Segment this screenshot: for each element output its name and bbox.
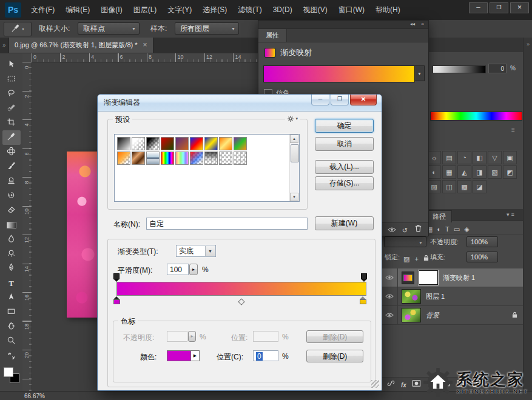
layer-thumbnail[interactable] bbox=[402, 289, 421, 304]
menu-item[interactable]: 文件(F) bbox=[25, 0, 60, 20]
foreground-color-swatch[interactable] bbox=[4, 367, 13, 377]
close-tab-icon[interactable]: × bbox=[143, 41, 147, 49]
layer-thumbnail[interactable] bbox=[402, 308, 421, 322]
link-layers-icon[interactable] bbox=[386, 379, 396, 390]
fill-value[interactable]: 100% bbox=[466, 252, 498, 262]
lock-position-icon[interactable]: + bbox=[414, 253, 418, 264]
move-tool[interactable] bbox=[2, 58, 21, 72]
swap-colors-icon[interactable] bbox=[5, 352, 18, 363]
eyedropper-tool[interactable] bbox=[2, 130, 21, 145]
gradient-tool[interactable] bbox=[2, 218, 21, 232]
preset-blue-red-yellow[interactable] bbox=[190, 137, 203, 150]
gradient-picker-arrow[interactable]: ▼ bbox=[414, 65, 425, 81]
preset-spectrum[interactable] bbox=[161, 152, 174, 165]
crop-tool[interactable] bbox=[2, 116, 21, 130]
scroll-up-icon[interactable]: ▲ bbox=[290, 135, 298, 143]
adjustment-posterize-icon[interactable]: ▨ bbox=[427, 180, 441, 193]
current-tool-button[interactable]: ▾ bbox=[4, 22, 32, 36]
adjustment-color-lookup-icon[interactable]: ▧ bbox=[488, 165, 502, 179]
sample-dropdown[interactable]: 所有图层 ▼ bbox=[175, 22, 239, 35]
layer-mask-thumbnail[interactable] bbox=[419, 270, 438, 285]
adjustment-brightness-contrast-icon[interactable]: ☼ bbox=[427, 151, 441, 164]
document-tab[interactable]: 0.jpg @ 66.7% (渐变映射 1, 图层蒙版/8) *× bbox=[8, 38, 153, 53]
menu-item[interactable]: 文字(Y) bbox=[162, 0, 197, 20]
color-swatch-arrow-icon[interactable]: ▶ bbox=[191, 350, 200, 361]
filter-adjustment-layers-icon[interactable]: ◐ bbox=[437, 223, 441, 234]
preset-pastel-spectrum[interactable] bbox=[175, 152, 189, 165]
name-input[interactable]: 自定 bbox=[146, 218, 308, 230]
position-c-input[interactable]: 0 bbox=[253, 350, 278, 361]
menu-item[interactable]: 选择(S) bbox=[197, 0, 232, 20]
opacity-value[interactable]: 100% bbox=[466, 236, 498, 247]
adjustment-black-white-icon[interactable]: ▦ bbox=[442, 165, 456, 179]
adjustment-curves-icon[interactable]: ◔ bbox=[457, 151, 471, 164]
reset-icon[interactable]: ↺ bbox=[402, 224, 408, 235]
adjustment-color-balance-icon[interactable]: ◐ bbox=[427, 165, 441, 179]
minimize-button[interactable]: ─ bbox=[311, 95, 329, 105]
filter-smart-objects-icon[interactable]: ◈ bbox=[464, 223, 469, 234]
delete-color-stop-button[interactable]: 删除(D) bbox=[306, 350, 363, 362]
resize-grip[interactable] bbox=[371, 380, 379, 388]
minimize-button[interactable]: ─ bbox=[469, 2, 488, 13]
adjustment-hue-saturation-icon[interactable]: ▣ bbox=[503, 151, 517, 164]
dodge-tool[interactable] bbox=[2, 247, 21, 261]
type-tool[interactable]: T bbox=[2, 276, 21, 290]
scrollbar[interactable]: ▲ ▼ bbox=[289, 135, 299, 201]
menu-item[interactable]: 编辑(E) bbox=[60, 0, 95, 20]
adjustment-threshold-icon[interactable]: ◫ bbox=[442, 180, 456, 193]
color-stop-left[interactable] bbox=[113, 296, 120, 304]
stop-opacity-spinner-icon[interactable]: ▸ bbox=[188, 331, 196, 342]
load-button[interactable]: 载入(L)... bbox=[315, 160, 374, 174]
opacity-stop-right[interactable] bbox=[361, 273, 366, 282]
cancel-button[interactable]: 取消 bbox=[315, 137, 374, 151]
stop-position-input[interactable] bbox=[253, 331, 278, 342]
color-stop-right[interactable] bbox=[360, 296, 366, 304]
menu-item[interactable]: 图像(I) bbox=[95, 0, 127, 20]
preset-red-to-green[interactable] bbox=[161, 137, 174, 150]
menu-item[interactable]: 图层(L) bbox=[128, 0, 163, 20]
adjustment-levels-icon[interactable]: ▤ bbox=[442, 151, 456, 164]
gradient-midpoint-handle[interactable] bbox=[238, 298, 244, 305]
adjustment-channel-mixer-icon[interactable]: ◨ bbox=[473, 165, 487, 179]
gray-slider[interactable] bbox=[433, 65, 486, 73]
maximize-button[interactable]: ❐ bbox=[331, 95, 349, 105]
marquee-tool[interactable] bbox=[2, 72, 21, 87]
preset-transparent-1[interactable] bbox=[219, 152, 232, 165]
preset-violet-green-orange[interactable] bbox=[234, 137, 247, 150]
close-panel-icon[interactable]: × bbox=[421, 21, 424, 27]
lasso-tool[interactable] bbox=[2, 87, 21, 101]
adjustment-gradient-map-icon[interactable]: ▩ bbox=[457, 180, 471, 193]
gray-value-field[interactable]: 0 bbox=[488, 64, 507, 73]
layer-row[interactable]: 图层 1 bbox=[382, 287, 524, 306]
adjustment-thumbnail[interactable] bbox=[402, 272, 414, 284]
blur-tool[interactable] bbox=[2, 232, 21, 247]
clone-stamp-tool[interactable] bbox=[2, 174, 21, 188]
smoothness-spinner-icon[interactable]: ▸ bbox=[189, 264, 198, 275]
preset-menu-button[interactable]: ▾ bbox=[285, 115, 300, 122]
panel-drag-bar[interactable]: ◂◂ × bbox=[258, 21, 428, 29]
preset-chrome[interactable] bbox=[146, 152, 160, 165]
history-brush-tool[interactable] bbox=[2, 188, 21, 203]
menu-item[interactable]: 帮助(H) bbox=[370, 0, 406, 20]
add-mask-icon[interactable] bbox=[412, 379, 421, 390]
preset-rainbow-to-transparent[interactable] bbox=[190, 152, 203, 165]
preset-transparent-2[interactable] bbox=[234, 152, 247, 165]
lock-all-icon[interactable] bbox=[423, 253, 429, 264]
visibility-eye-icon[interactable] bbox=[382, 287, 398, 305]
adjustment-invert-icon[interactable]: ◩ bbox=[503, 165, 517, 179]
layer-row[interactable]: 渐变映射 1 bbox=[382, 268, 524, 287]
preset-neutral-density[interactable] bbox=[204, 152, 218, 165]
visibility-toggle-icon[interactable] bbox=[388, 224, 396, 235]
gradient-preview-bar[interactable] bbox=[263, 65, 415, 82]
dock-collapse-icon[interactable]: » bbox=[2, 38, 6, 53]
stop-color-swatch[interactable] bbox=[167, 350, 191, 361]
panel-menu-icon[interactable]: ▾≡ bbox=[507, 212, 516, 218]
preset-copper[interactable] bbox=[132, 152, 145, 165]
menu-item[interactable]: 视图(V) bbox=[298, 0, 333, 20]
close-button[interactable]: ✕ bbox=[510, 2, 529, 13]
delete-opacity-stop-button[interactable]: 删除(D) bbox=[306, 330, 363, 343]
path-selection-tool[interactable] bbox=[2, 290, 21, 305]
quick-selection-tool[interactable] bbox=[2, 101, 21, 116]
new-button[interactable]: 新建(W) bbox=[315, 216, 374, 230]
brush-tool[interactable] bbox=[2, 159, 21, 174]
